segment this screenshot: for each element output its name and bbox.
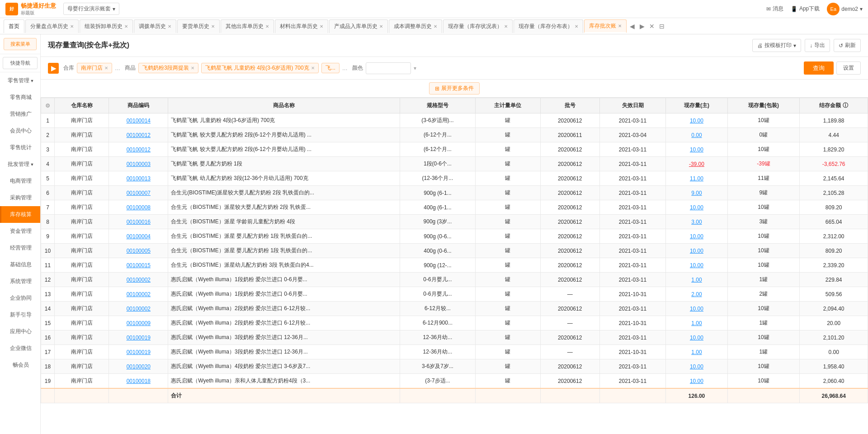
- cell-code[interactable]: 00100009: [109, 316, 168, 330]
- settings-col-icon[interactable]: ⚙: [45, 103, 50, 109]
- tab-close-icon[interactable]: ✕: [168, 24, 171, 29]
- product-filter-tag1[interactable]: 飞鹤奶粉3段两提装 ✕: [138, 63, 198, 73]
- cell-qty-main[interactable]: 10.00: [666, 330, 727, 345]
- warehouse-more-icon[interactable]: …: [115, 65, 120, 71]
- tab-next-btn[interactable]: ▶: [637, 22, 646, 31]
- sidebar-item-retail-stats[interactable]: 零售统计: [0, 139, 40, 156]
- quick-nav-btn[interactable]: 快捷导航: [3, 57, 38, 69]
- export-btn[interactable]: ↓ 导出: [805, 39, 830, 52]
- cell-qty-main[interactable]: 3.00: [666, 215, 727, 229]
- tab-xian2[interactable]: 现存量（库存分布表） ✕: [514, 19, 583, 33]
- cell-code[interactable]: 00100012: [109, 128, 168, 142]
- message-btn[interactable]: ✉ 消息: [766, 5, 783, 13]
- tab-zuhe[interactable]: 组装拆卸单历史 ✕: [80, 19, 133, 33]
- product-filter-tag3[interactable]: 飞...: [321, 63, 340, 73]
- sidebar-item-members[interactable]: 会员中心: [0, 123, 40, 139]
- tab-close-icon[interactable]: ✕: [618, 24, 622, 28]
- query-btn[interactable]: 查询: [804, 61, 834, 75]
- tab-close-icon[interactable]: ✕: [265, 24, 269, 29]
- cell-code[interactable]: 00100004: [109, 229, 168, 244]
- cell-qty-main[interactable]: 2.00: [666, 287, 727, 302]
- search-menu-btn[interactable]: 搜索菜单: [4, 38, 37, 50]
- cell-qty-main[interactable]: 1.00: [666, 345, 727, 359]
- product1-remove-icon[interactable]: ✕: [191, 66, 194, 71]
- cell-code[interactable]: 00100012: [109, 142, 168, 157]
- tab-close-icon[interactable]: ✕: [320, 24, 323, 29]
- cell-code[interactable]: 00100005: [109, 244, 168, 258]
- print-btn[interactable]: 🖨 按模板打印 ▾: [752, 39, 801, 52]
- sidebar-item-operations[interactable]: 经营管理: [0, 240, 40, 256]
- tab-close-icon[interactable]: ✕: [504, 24, 508, 29]
- sidebar-item-guide[interactable]: 新手引导: [0, 307, 40, 323]
- tab-close-icon[interactable]: ✕: [70, 24, 74, 29]
- cell-code[interactable]: 00100016: [109, 215, 168, 229]
- product2-remove-icon[interactable]: ✕: [311, 66, 315, 71]
- tab-chengben[interactable]: 成本调整单历史 ✕: [389, 19, 442, 33]
- app-download-btn[interactable]: 📱 App下载: [791, 5, 820, 13]
- cell-qty-main[interactable]: 10.00: [666, 302, 727, 316]
- cell-qty-main[interactable]: 0.00: [666, 128, 727, 142]
- tab-yaoh[interactable]: 要货单历史 ✕: [177, 19, 220, 33]
- refresh-btn[interactable]: ↺ 刷新: [834, 39, 861, 52]
- warehouse-filter-tag[interactable]: 南岸门店 ✕: [77, 63, 112, 73]
- expand-conditions-btn[interactable]: ⊞ 展开更多条件: [429, 82, 480, 94]
- cell-qty-main[interactable]: 11.00: [666, 171, 727, 186]
- sidebar-item-system[interactable]: 系统管理: [0, 273, 40, 290]
- tab-cailiaochu[interactable]: 材料出库单历史 ✕: [275, 19, 328, 33]
- tab-close-all-btn[interactable]: ✕: [647, 22, 656, 31]
- tab-kucun[interactable]: 库存批次账 ✕: [584, 19, 627, 33]
- sidebar-item-finance[interactable]: 资金管理: [0, 223, 40, 240]
- tab-qitachu[interactable]: 其他出库单历史 ✕: [221, 19, 274, 33]
- settings-btn[interactable]: 设置: [836, 61, 861, 75]
- sidebar-item-retail[interactable]: 零售管理 ▼: [0, 72, 40, 89]
- cell-qty-main[interactable]: 10.00: [666, 229, 727, 244]
- cell-qty-main[interactable]: 10.00: [666, 359, 727, 374]
- cell-qty-main[interactable]: -39.00: [666, 157, 727, 171]
- cell-code[interactable]: 00100003: [109, 157, 168, 171]
- cell-code[interactable]: 00100007: [109, 186, 168, 200]
- sidebar-item-ecommerce[interactable]: 电商管理: [0, 173, 40, 189]
- cell-code[interactable]: 00100018: [109, 374, 168, 389]
- tab-close-icon[interactable]: ✕: [434, 24, 437, 29]
- cell-code[interactable]: 00100002: [109, 302, 168, 316]
- tab-fenpan[interactable]: 分量盘点单历史 ✕: [25, 19, 79, 33]
- cell-code[interactable]: 00100020: [109, 359, 168, 374]
- product-filter-tag2[interactable]: 飞鹤星飞帆 儿童奶粉 4段(3-6岁适用) 700克 ✕: [201, 63, 319, 73]
- sidebar-item-purchase[interactable]: 采购管理: [0, 189, 40, 206]
- sidebar-item-inventory[interactable]: 库存核算: [0, 206, 40, 223]
- tab-home[interactable]: 首页: [4, 19, 24, 33]
- sidebar-item-retail-store[interactable]: 零售商城: [0, 89, 40, 106]
- sidebar-item-wholesale[interactable]: 批发管理 ▼: [0, 156, 40, 173]
- cell-qty-main[interactable]: 10.00: [666, 142, 727, 157]
- tab-close-icon[interactable]: ✕: [211, 24, 215, 29]
- tab-chengpin[interactable]: 产成品入库单历史 ✕: [329, 19, 388, 33]
- tab-close-icon[interactable]: ✕: [379, 24, 383, 29]
- industry-selector[interactable]: 母婴行业演示账套 ▾: [63, 3, 119, 15]
- cell-qty-main[interactable]: 10.00: [666, 244, 727, 258]
- cell-qty-main[interactable]: 10.00: [666, 113, 727, 128]
- sidebar-item-basic[interactable]: 基础信息: [0, 256, 40, 273]
- cell-qty-main[interactable]: 10.00: [666, 258, 727, 273]
- warehouse-remove-icon[interactable]: ✕: [104, 66, 108, 71]
- sidebar-item-vip[interactable]: 畅会员: [0, 357, 40, 373]
- cell-code[interactable]: 00100014: [109, 113, 168, 128]
- cell-code[interactable]: 00100008: [109, 200, 168, 215]
- user-area[interactable]: Ea demo2 ▾: [827, 3, 863, 15]
- cell-qty-main[interactable]: 1.00: [666, 273, 727, 287]
- sidebar-item-apps[interactable]: 应用中心: [0, 323, 40, 340]
- cell-code[interactable]: 00100002: [109, 273, 168, 287]
- product-more-icon[interactable]: …: [342, 65, 348, 71]
- cell-qty-main[interactable]: 1.00: [666, 316, 727, 330]
- tab-diaob[interactable]: 调拨单历史 ✕: [134, 19, 176, 33]
- sidebar-item-marketing[interactable]: 营销推广: [0, 106, 40, 123]
- cell-qty-main[interactable]: 9.00: [666, 186, 727, 200]
- tab-xian1[interactable]: 现存量（库存状况表） ✕: [443, 19, 513, 33]
- cell-code[interactable]: 00100019: [109, 330, 168, 345]
- sidebar-item-coop[interactable]: 企业协同: [0, 290, 40, 307]
- cell-code[interactable]: 00100002: [109, 287, 168, 302]
- cell-code[interactable]: 00100019: [109, 345, 168, 359]
- cell-code[interactable]: 00100013: [109, 171, 168, 186]
- sidebar-item-wechat[interactable]: 企业微信: [0, 340, 40, 357]
- tab-menu-btn[interactable]: ⊟: [657, 22, 666, 31]
- filter-expand-arrow-btn[interactable]: ▶: [48, 63, 59, 74]
